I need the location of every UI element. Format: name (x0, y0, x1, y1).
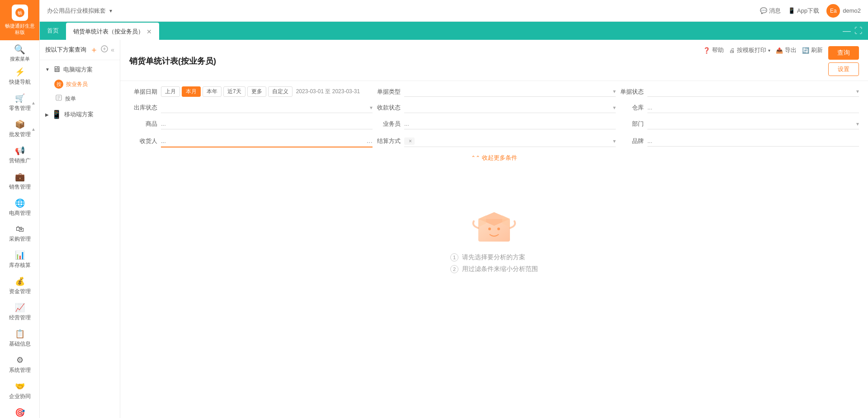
sidebar-item-operation[interactable]: 📈 经营管理 (0, 299, 39, 325)
mobile-scheme-icon: 📱 (52, 109, 61, 119)
refresh-button[interactable]: 🔄 刷新 (802, 46, 823, 54)
sidebar-item-label: 零售管理 (9, 104, 31, 112)
warehouse-placeholder: ... (647, 104, 652, 111)
avatar-text: Ea (830, 8, 837, 14)
sidebar-item-quicknav[interactable]: ⚡ 快捷导航 (0, 63, 39, 90)
sidebar-item-label: 营销推广 (9, 157, 31, 165)
tab-report[interactable]: 销货单统计表（按业务员） ✕ (66, 23, 159, 41)
sidebar-item-enterprise[interactable]: 🤝 企业协同 (0, 378, 39, 404)
consignee-label: 收货人 (129, 137, 161, 145)
empty-steps-list: 1 请先选择要分析的方案 2 用过滤条件来缩小分析范围 (450, 253, 538, 277)
filter-docstatus-col: 单据状态 ▾ (616, 86, 859, 97)
consignee-dots[interactable]: ... (367, 137, 373, 145)
logo-text: 畅捷通好生意 标版 (4, 23, 36, 36)
salesperson-filter-label: 业务员 (373, 120, 404, 128)
refresh-icon: 🔄 (802, 47, 809, 54)
tree-item-salesperson[interactable]: 按 按业务员 (51, 77, 120, 91)
sidebar-item-label: 快捷导航 (9, 78, 31, 86)
settlement-tag: × (404, 138, 415, 145)
paymentstatus-select[interactable]: ▾ (404, 103, 616, 113)
pc-scheme-icon: 🖥 (52, 65, 61, 74)
sidebar-item-newbie[interactable]: 🎯 新手引导 (0, 404, 39, 418)
export-icon: 📤 (776, 47, 783, 54)
sidebar-item-ecommerce[interactable]: 🌐 电商管理 (0, 195, 39, 221)
template-print-button[interactable]: 🖨 按模板打印 ▾ (729, 46, 770, 54)
refresh-label: 刷新 (811, 46, 823, 54)
settings-button[interactable]: 设置 (828, 62, 859, 76)
date-btn-custom[interactable]: 自定义 (268, 86, 292, 97)
docstatus-label: 单据状态 (616, 88, 647, 96)
docstatus-select[interactable]: ▾ (647, 86, 859, 97)
department-select[interactable]: ▾ (647, 119, 859, 129)
empty-state: 1 请先选择要分析的方案 2 用过滤条件来缩小分析范围 (120, 174, 868, 304)
consignee-text-input[interactable] (161, 138, 367, 144)
filter-doctype-col: 单据类型 ▾ (373, 86, 616, 97)
tree-item-byorder[interactable]: 按单 (51, 91, 120, 106)
filter-settlement-col: 结算方式 × ▾ (373, 135, 616, 147)
topbar-dropdown-icon[interactable]: ▾ (109, 8, 112, 14)
salesperson-dot: 按 (54, 80, 63, 89)
operation-icon: 📈 (15, 303, 25, 313)
sidebar-item-wholesale[interactable]: 📦 批发管理 ▲ (0, 116, 39, 142)
filter-salesperson-col: 业务员 ... (373, 119, 616, 129)
left-panel-title: 按以下方案查询 (45, 46, 86, 54)
sidebar-item-system[interactable]: ⚙ 系统管理 (0, 352, 39, 378)
tab-minimize-icon[interactable]: — (843, 26, 851, 36)
sidebar-item-basic[interactable]: 📋 基础信息 (0, 325, 39, 352)
sidebar-search-item[interactable]: 🔍 搜索菜单 (0, 40, 39, 63)
sidebar-item-purchase[interactable]: 🛍 采购管理 (0, 221, 39, 247)
tree-pc-scheme[interactable]: ▼ 🖥 电脑端方案 (40, 62, 120, 77)
app-download-button[interactable]: 📱 App下载 (788, 7, 819, 15)
add-scheme-button[interactable]: ＋ (90, 44, 98, 55)
date-label: 单据日期 (129, 88, 161, 96)
date-btn-lastmonth[interactable]: 上月 (161, 86, 180, 97)
tab-home[interactable]: 首页 (40, 22, 66, 40)
sidebar-item-inventory[interactable]: 📊 库存核算 (0, 247, 39, 273)
step2-text: 用过滤条件来缩小分析范围 (462, 265, 538, 273)
date-btn-more[interactable]: 更多 (247, 86, 266, 97)
date-btn-thisyear[interactable]: 本年 (203, 86, 222, 97)
stockstatus-select[interactable]: ▾ (161, 103, 373, 113)
step1-text: 请先选择要分析的方案 (462, 253, 525, 261)
collapse-panel-button[interactable]: « (111, 46, 114, 53)
tab-report-label: 销货单统计表（按业务员） (73, 28, 144, 36)
topbar-right: 💬 消息 📱 App下载 Ea demo2 (760, 4, 861, 18)
settlement-label: 结算方式 (373, 137, 404, 145)
help-button[interactable]: ❓ 帮助 (703, 46, 724, 54)
messages-button[interactable]: 💬 消息 (760, 7, 781, 15)
user-menu[interactable]: Ea demo2 (826, 4, 861, 18)
salesperson-input[interactable]: ... (404, 119, 616, 129)
empty-step-2: 2 用过滤条件来缩小分析范围 (450, 265, 538, 273)
step1-num: 1 (450, 253, 458, 261)
warehouse-input[interactable]: ... (647, 102, 859, 113)
query-button[interactable]: 查询 (828, 46, 859, 60)
export-button[interactable]: 📤 导出 (776, 46, 797, 54)
consignee-input[interactable]: ... (161, 135, 373, 147)
sidebar-item-finance[interactable]: 💰 资金管理 (0, 273, 39, 299)
tab-close-icon[interactable]: ✕ (146, 28, 152, 35)
collapse-label: 收起更多条件 (482, 154, 517, 162)
sidebar-item-label: 系统管理 (9, 366, 31, 374)
date-btn-7days[interactable]: 近7天 (223, 86, 245, 97)
edit-scheme-button[interactable] (101, 45, 108, 54)
settlement-tag-close[interactable]: × (409, 138, 412, 144)
brand-input[interactable]: ... (647, 136, 859, 147)
sidebar-item-retail[interactable]: 🛒 零售管理 ▲ (0, 90, 39, 116)
collapse-button[interactable]: ⌃⌃ 收起更多条件 (129, 151, 859, 165)
byorder-icon (54, 94, 63, 103)
sidebar-logo[interactable]: 畅 畅捷通好生意 标版 (0, 0, 39, 40)
inventory-icon: 📊 (15, 250, 25, 260)
date-btn-thismonth[interactable]: 本月 (182, 86, 201, 97)
sidebar-item-sales[interactable]: 💼 销售管理 (0, 168, 39, 195)
sidebar-search-label: 搜索菜单 (10, 56, 30, 62)
settlement-select[interactable]: × ▾ (404, 136, 616, 147)
doctype-select[interactable]: ▾ (404, 86, 616, 97)
svg-point-8 (488, 228, 491, 230)
quicknav-icon: ⚡ (15, 67, 25, 77)
tab-maximize-icon[interactable]: ⛶ (854, 26, 863, 36)
sidebar-item-marketing[interactable]: 📢 营销推广 (0, 142, 39, 168)
goods-input[interactable]: ... (161, 119, 373, 129)
tree-mobile-scheme[interactable]: ▶ 📱 移动端方案 (40, 107, 120, 122)
purchase-icon: 🛍 (16, 224, 24, 234)
message-icon: 💬 (760, 7, 767, 14)
